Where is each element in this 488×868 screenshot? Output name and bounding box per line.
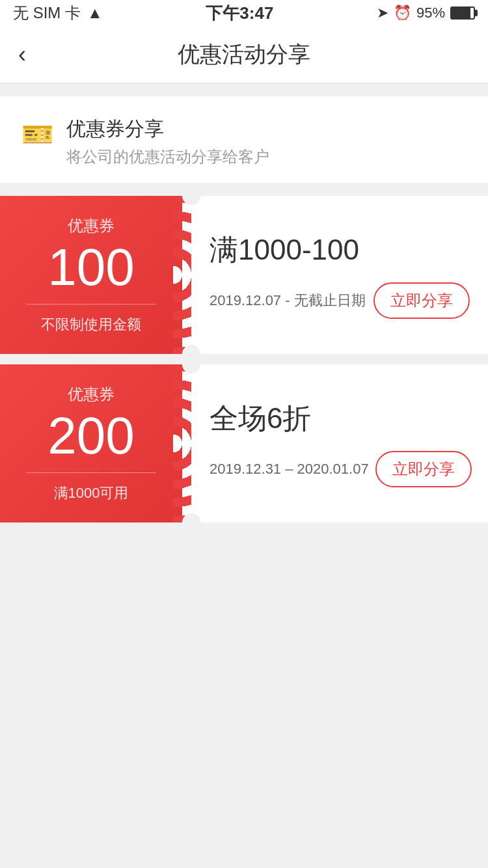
coupon-meta-2: 2019.12.31 – 2020.01.07 立即分享	[210, 451, 470, 487]
coupon-right-1: 满1000-100 2019.12.07 - 无截止日期 立即分享	[191, 196, 488, 354]
coupon-card-2: 优惠券 200 满1000可用 全场6折 2019.12.31 – 2020.0…	[0, 364, 488, 522]
status-left: 无 SIM 卡 ▲	[13, 3, 103, 23]
coupon-amount-1: 100	[47, 241, 134, 293]
coupon-left-1: 优惠券 100 不限制使用金额	[0, 196, 182, 354]
section-desc: 将公司的优惠活动分享给客户	[66, 146, 269, 167]
coupon-card-1: 优惠券 100 不限制使用金额 满1000-100 2019.12.07 - 无…	[0, 196, 488, 354]
section-text: 优惠券分享 将公司的优惠活动分享给客户	[66, 116, 269, 167]
section-icon: 🎫	[20, 116, 56, 152]
coupon-condition-1: 不限制使用金额	[41, 315, 141, 334]
page-title: 优惠活动分享	[178, 40, 310, 70]
coupon-right-2: 全场6折 2019.12.31 – 2020.01.07 立即分享	[191, 364, 488, 522]
coupon-divider-2	[26, 472, 156, 473]
coupon-list: 优惠券 100 不限制使用金额 满1000-100 2019.12.07 - 无…	[0, 196, 488, 533]
coupon-name-2: 全场6折	[210, 400, 470, 438]
section-title: 优惠券分享	[66, 116, 269, 142]
coupon-meta-1: 2019.12.07 - 无截止日期 立即分享	[210, 282, 470, 319]
status-time: 下午3:47	[206, 2, 273, 25]
coupon-condition-2: 满1000可用	[54, 483, 129, 503]
coupon-left-2: 优惠券 200 满1000可用	[0, 364, 182, 522]
share-button-2[interactable]: 立即分享	[375, 451, 472, 487]
wifi-icon: ▲	[87, 4, 103, 22]
section-header: 🎫 优惠券分享 将公司的优惠活动分享给客户	[0, 96, 488, 183]
coupon-date-2: 2019.12.31 – 2020.01.07	[210, 461, 369, 478]
coupon-amount-2: 200	[47, 410, 134, 462]
location-icon: ➤	[377, 5, 388, 21]
notch-bottom-2	[182, 513, 200, 532]
nav-bar: ‹ 优惠活动分享	[0, 26, 488, 83]
notch-top-2	[182, 355, 200, 373]
coupon-date-1: 2019.12.07 - 无截止日期	[210, 291, 366, 310]
coupon-label-1: 优惠券	[68, 215, 115, 236]
battery-text: 95%	[416, 5, 445, 21]
carrier-text: 无 SIM 卡	[13, 3, 81, 23]
coupon-name-1: 满1000-100	[210, 231, 470, 269]
alarm-icon: ⏰	[394, 5, 411, 21]
status-bar: 无 SIM 卡 ▲ 下午3:47 ➤ ⏰ 95%	[0, 0, 488, 26]
back-button[interactable]: ‹	[18, 41, 26, 68]
coupon-divider-1	[26, 304, 156, 305]
share-button-1[interactable]: 立即分享	[373, 282, 470, 319]
battery-icon	[450, 7, 475, 20]
coupon-label-2: 优惠券	[68, 384, 115, 405]
status-right: ➤ ⏰ 95%	[377, 5, 475, 21]
notch-top-1	[182, 187, 200, 205]
